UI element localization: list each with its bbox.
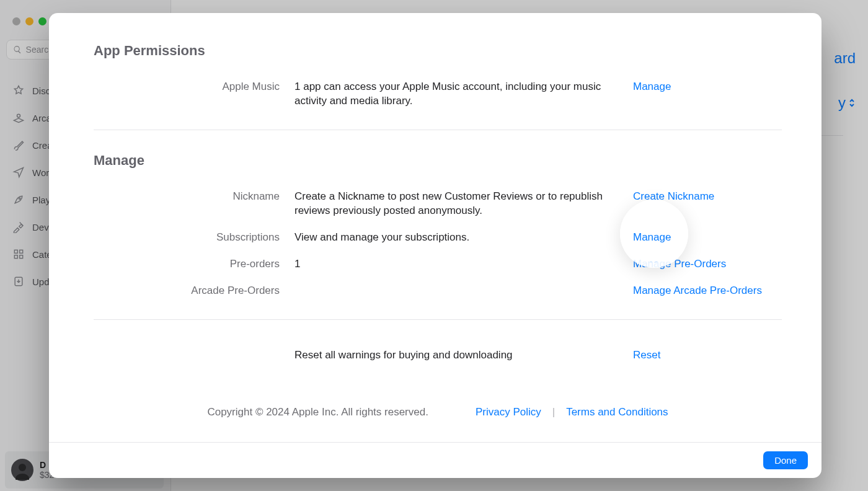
section-title-manage: Manage [94, 153, 782, 169]
row-label [94, 348, 280, 363]
modal-button-bar: Done [49, 442, 822, 478]
row-description: Create a Nickname to post new Customer R… [294, 190, 618, 218]
row-label: Pre-orders [94, 257, 280, 272]
account-settings-modal: App Permissions Apple Music 1 app can ac… [49, 13, 822, 478]
row-description [294, 284, 618, 298]
row-label: Subscriptions [94, 231, 280, 245]
section-title-app-permissions: App Permissions [94, 43, 782, 59]
row-nickname: Nickname Create a Nickname to post new C… [94, 184, 782, 224]
terms-link[interactable]: Terms and Conditions [566, 406, 668, 418]
manage-arcade-preorders-link[interactable]: Manage Arcade Pre-Orders [633, 285, 762, 296]
done-button[interactable]: Done [763, 451, 808, 469]
modal-legal-footer: Copyright © 2024 Apple Inc. All rights r… [94, 406, 782, 437]
row-label: Nickname [94, 190, 280, 218]
row-label: Apple Music [94, 80, 280, 108]
row-subscriptions: Subscriptions View and manage your subsc… [94, 224, 782, 251]
separator: | [552, 406, 555, 418]
copyright-text: Copyright © 2024 Apple Inc. All rights r… [207, 406, 428, 418]
row-description: 1 app can access your Apple Music accoun… [294, 80, 618, 108]
row-reset-warnings: Reset all warnings for buying and downlo… [94, 342, 782, 369]
row-arcade-preorders: Arcade Pre-Orders Manage Arcade Pre-Orde… [94, 278, 782, 304]
manage-apple-music-link[interactable]: Manage [633, 81, 671, 92]
row-description: View and manage your subscriptions. [294, 231, 618, 245]
row-apple-music: Apple Music 1 app can access your Apple … [94, 74, 782, 115]
section-divider [94, 130, 782, 130]
privacy-policy-link[interactable]: Privacy Policy [476, 406, 541, 418]
row-description: 1 [294, 257, 618, 272]
manage-preorders-link[interactable]: Manage Pre-Orders [633, 258, 726, 270]
manage-subscriptions-link[interactable]: Manage [633, 231, 671, 243]
row-description: Reset all warnings for buying and downlo… [294, 348, 618, 363]
create-nickname-link[interactable]: Create Nickname [633, 190, 714, 202]
row-label: Arcade Pre-Orders [94, 284, 280, 298]
row-preorders: Pre-orders 1 Manage Pre-Orders [94, 251, 782, 278]
reset-warnings-link[interactable]: Reset [633, 349, 660, 361]
section-divider [94, 319, 782, 320]
